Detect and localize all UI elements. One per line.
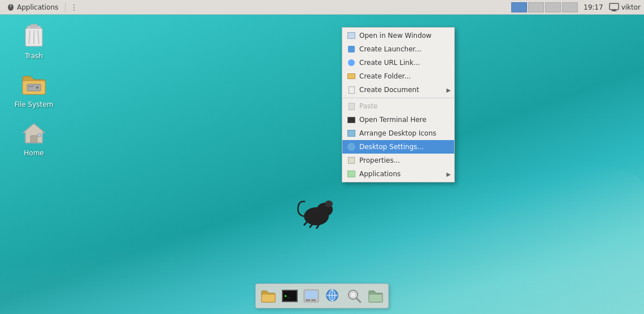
home-icon[interactable]: Home [11, 120, 56, 157]
workspace-4[interactable] [562, 2, 578, 12]
filesystem-label: File System [15, 101, 54, 108]
context-menu-paste: Paste [342, 99, 454, 113]
doc-icon [347, 85, 356, 94]
workspace-3[interactable] [545, 2, 561, 12]
dock-settings-icon [303, 289, 319, 303]
context-menu-create-document[interactable]: Create Document ▶ [342, 83, 454, 97]
dock-magnifier-icon [346, 288, 362, 304]
svg-line-34 [356, 298, 360, 302]
open-terminal-label: Open Terminal Here [359, 116, 443, 124]
separator-1 [342, 98, 454, 98]
trash-icon[interactable]: Trash [11, 23, 56, 60]
desktop-icons: Trash File System [11, 23, 56, 157]
taskbar-right: 19:17 viktor [508, 2, 644, 12]
taskbar: Applications ⋮ 19:17 viktor [0, 0, 644, 15]
home-label: Home [24, 149, 43, 157]
svg-line-23 [304, 221, 308, 225]
taskbar-clock: 19:17 [584, 3, 603, 11]
context-menu-open-new-window[interactable]: Open in New Window [342, 29, 454, 42]
workspace-switcher [511, 2, 578, 12]
terminal-icon [347, 115, 356, 124]
trash-svg [23, 24, 45, 49]
applications-arrow: ▶ [446, 171, 451, 177]
taskbar-left: Applications ⋮ [0, 2, 508, 12]
home-icon-img [20, 120, 47, 147]
context-menu: Open in New Window Create Launcher... Cr… [342, 27, 455, 182]
properties-label: Properties... [359, 156, 443, 164]
context-menu-create-launcher[interactable]: Create Launcher... [342, 42, 454, 56]
dock-file-manager[interactable] [258, 286, 279, 306]
open-new-window-label: Open in New Window [359, 32, 443, 40]
app-menu-label: Applications [17, 3, 58, 11]
svg-rect-2 [610, 3, 619, 10]
apps-icon [347, 169, 356, 178]
arrange-icons-label: Arrange Desktop Icons [359, 129, 443, 137]
svg-rect-36 [369, 294, 382, 302]
filesystem-icon-img [20, 71, 47, 98]
applications-label: Applications [359, 170, 443, 178]
svg-point-20 [325, 200, 333, 207]
dock-search-files[interactable] [344, 286, 364, 306]
svg-rect-28 [311, 299, 316, 301]
arrange-icon [347, 129, 356, 138]
filesystem-icon[interactable]: File System [11, 71, 56, 108]
paste-icon [347, 102, 356, 111]
app-menu-icon [7, 3, 15, 11]
svg-rect-6 [31, 24, 37, 27]
dock-search[interactable] [323, 286, 343, 306]
launcher-icon [347, 45, 356, 54]
workspace-2[interactable] [528, 2, 544, 12]
create-document-label: Create Document [359, 86, 443, 94]
workspace-1[interactable] [511, 2, 527, 12]
applications-menu-button[interactable]: Applications [3, 2, 62, 12]
trash-label: Trash [25, 52, 43, 60]
svg-rect-17 [38, 134, 41, 137]
context-menu-open-terminal[interactable]: Open Terminal Here [342, 113, 454, 127]
dock-terminal[interactable]: ▶_ [280, 286, 300, 306]
create-folder-label: Create Folder... [359, 72, 443, 80]
mouse-svg [294, 195, 339, 229]
desktop-settings-label: Desktop Settings... [359, 143, 443, 151]
svg-rect-26 [305, 291, 317, 299]
dock-files2-icon [368, 289, 384, 303]
dock-files2[interactable] [365, 286, 386, 306]
dock-settings[interactable] [301, 286, 321, 306]
home-svg [22, 121, 46, 145]
folder-icon [347, 72, 356, 81]
svg-rect-14 [28, 86, 34, 87]
taskbar-menu-dots[interactable]: ⋮ [69, 3, 79, 12]
bottom-dock: ▶_ [255, 284, 389, 308]
context-menu-applications[interactable]: Applications ▶ [342, 167, 454, 181]
context-menu-create-url[interactable]: Create URL Link... [342, 56, 454, 69]
context-menu-create-folder[interactable]: Create Folder... [342, 69, 454, 83]
dock-search-icon [325, 288, 341, 304]
desktop: Applications ⋮ 19:17 viktor [0, 0, 644, 314]
context-menu-desktop-settings[interactable]: Desktop Settings... [342, 140, 454, 154]
url-icon [347, 58, 356, 67]
desktop-settings-icon [347, 142, 356, 151]
taskbar-username: viktor [621, 3, 641, 11]
context-menu-arrange-icons[interactable]: Arrange Desktop Icons [342, 127, 454, 140]
svg-rect-3 [612, 10, 616, 11]
props-icon [347, 156, 356, 165]
svg-point-13 [36, 86, 38, 89]
svg-rect-12 [27, 84, 41, 91]
paste-label: Paste [359, 102, 443, 110]
svg-rect-24 [262, 294, 275, 302]
window-icon [347, 31, 356, 40]
create-document-arrow: ▶ [446, 87, 451, 93]
create-launcher-label: Create Launcher... [359, 45, 443, 53]
taskbar-separator [65, 3, 66, 12]
dock-file-manager-icon [260, 289, 276, 303]
mouse-mascot [294, 195, 339, 229]
create-url-label: Create URL Link... [359, 59, 443, 67]
trash-icon-img [20, 23, 47, 50]
svg-rect-27 [306, 299, 310, 301]
display-icon [609, 3, 619, 12]
svg-rect-4 [611, 11, 617, 11]
filesystem-svg [21, 74, 46, 95]
context-menu-properties[interactable]: Properties... [342, 154, 454, 167]
svg-rect-16 [31, 136, 37, 143]
